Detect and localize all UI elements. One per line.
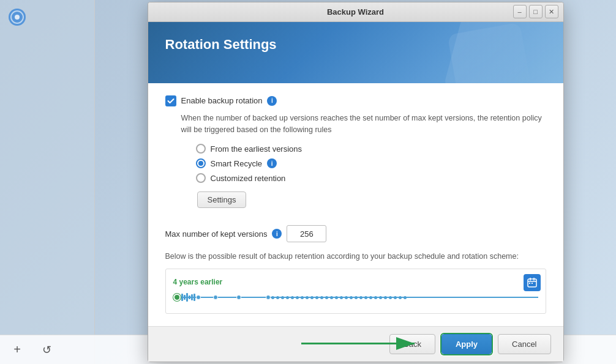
max-versions-row: Max number of kept versions i bbox=[165, 225, 546, 242]
rotation-description: When the number of backed up versions re… bbox=[181, 113, 546, 136]
radio-earliest-row: From the earliest versions bbox=[196, 144, 546, 154]
timeline-start-dot bbox=[173, 294, 181, 301]
left-panel bbox=[0, 0, 95, 364]
maximize-button[interactable]: □ bbox=[529, 5, 543, 18]
radio-custom-row: Customized retention bbox=[196, 173, 546, 183]
radio-earliest-label: From the earliest versions bbox=[211, 144, 302, 154]
settings-button[interactable]: Settings bbox=[197, 191, 247, 208]
radio-options-group: From the earliest versions Smart Recycle… bbox=[196, 144, 546, 183]
timeline-label: 4 years earlier bbox=[173, 278, 538, 286]
window-titlebar: Backup Wizard – □ ✕ bbox=[148, 2, 563, 22]
desktop: Backup Wizard – □ ✕ Rotation Settings En… bbox=[0, 0, 616, 364]
enable-rotation-row: Enable backup rotation i bbox=[165, 95, 546, 106]
max-versions-input[interactable] bbox=[287, 225, 326, 242]
window-controls: – □ ✕ bbox=[513, 5, 558, 18]
timeline-dots-dense bbox=[271, 296, 538, 299]
taskbar-add-button[interactable]: + bbox=[7, 340, 27, 360]
content-area: Enable backup rotation i When the number… bbox=[148, 83, 563, 326]
svg-rect-7 bbox=[529, 283, 530, 284]
minimize-button[interactable]: – bbox=[513, 5, 527, 18]
enable-rotation-info-icon[interactable]: i bbox=[267, 96, 277, 106]
arrow-decoration bbox=[301, 333, 424, 355]
cancel-button[interactable]: Cancel bbox=[498, 334, 550, 354]
footer: Back Apply Cancel bbox=[148, 326, 563, 362]
add-icon: + bbox=[13, 343, 21, 357]
timeline-dot-2 bbox=[213, 295, 218, 300]
apply-button[interactable]: Apply bbox=[441, 334, 492, 354]
timeline-dot-1 bbox=[196, 295, 201, 300]
timeline-seg-3 bbox=[242, 297, 265, 298]
radio-smart-label: Smart Recycle bbox=[211, 159, 263, 168]
header-banner: Rotation Settings bbox=[148, 22, 563, 83]
window-title: Backup Wizard bbox=[327, 7, 384, 17]
max-versions-label: Max number of kept versions bbox=[165, 229, 268, 239]
timeline-container: 4 years earlier bbox=[165, 269, 546, 314]
radio-smart[interactable] bbox=[196, 158, 206, 168]
page-title: Rotation Settings bbox=[165, 37, 546, 53]
enable-rotation-checkbox[interactable] bbox=[165, 95, 176, 106]
timeline-track bbox=[173, 290, 538, 305]
smart-recycle-info-icon[interactable]: i bbox=[267, 158, 277, 168]
svg-rect-8 bbox=[531, 283, 533, 284]
radio-custom[interactable] bbox=[196, 173, 206, 183]
app-icon bbox=[7, 7, 27, 27]
timeline-seg-2 bbox=[219, 297, 236, 298]
timeline-seg-1 bbox=[201, 297, 212, 298]
timeline-dot-4 bbox=[266, 295, 271, 300]
enable-rotation-label: Enable backup rotation bbox=[181, 96, 263, 105]
radio-smart-row: Smart Recycle i bbox=[196, 158, 546, 168]
below-text: Below is the possible result of backup r… bbox=[165, 251, 546, 262]
radio-earliest[interactable] bbox=[196, 144, 206, 154]
svg-point-2 bbox=[15, 15, 20, 20]
timeline-dot-3 bbox=[236, 295, 241, 300]
timeline-wave bbox=[181, 293, 195, 302]
taskbar-history-button[interactable]: ↺ bbox=[37, 340, 56, 360]
close-button[interactable]: ✕ bbox=[545, 5, 558, 18]
calendar-button[interactable] bbox=[524, 274, 541, 291]
backup-wizard-window: Backup Wizard – □ ✕ Rotation Settings En… bbox=[148, 2, 564, 362]
max-versions-info-icon[interactable]: i bbox=[272, 229, 282, 239]
radio-custom-label: Customized retention bbox=[211, 174, 286, 183]
history-icon: ↺ bbox=[42, 343, 51, 357]
